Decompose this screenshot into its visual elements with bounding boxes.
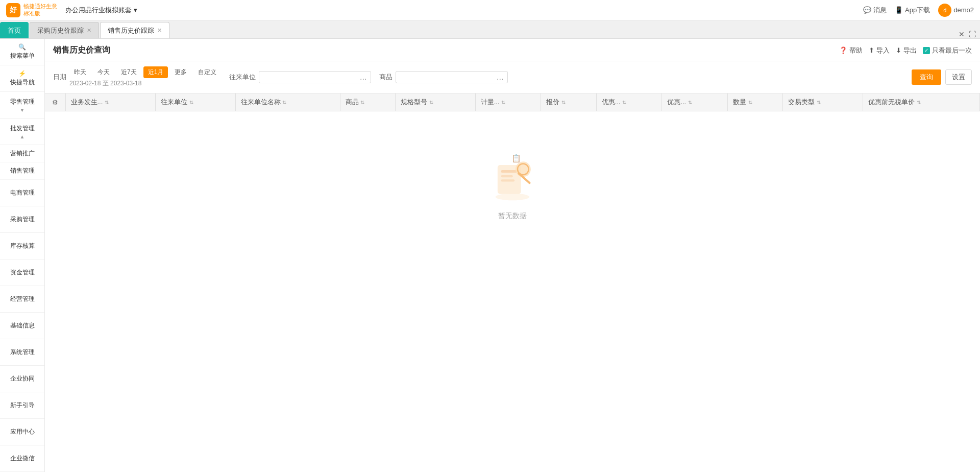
tab-purchase-close[interactable]: ✕: [87, 27, 91, 34]
sort-arrows-pre-tax-price: ⇅: [917, 100, 921, 105]
counterpart-input[interactable]: [263, 74, 360, 81]
download-icon: 📱: [895, 6, 903, 14]
col-trade-type[interactable]: 交易类型 ⇅: [783, 93, 863, 111]
col-unit[interactable]: 计量... ⇅: [475, 93, 541, 111]
empty-text: 暂无数据: [498, 211, 527, 221]
top-bar-left: 好 畅捷通好生意 标准版 办公用品行业模拟账套 ▾: [6, 3, 141, 17]
tab-sales[interactable]: 销售历史价跟踪 ✕: [100, 22, 169, 38]
date-btn-7days[interactable]: 近7天: [116, 66, 141, 78]
query-button[interactable]: 查询: [912, 69, 941, 85]
col-discount2[interactable]: 优惠... ⇅: [662, 93, 728, 111]
tab-home[interactable]: 首页: [0, 22, 29, 38]
sort-arrows-goods: ⇅: [360, 100, 364, 105]
page-actions: ❓ 帮助 ⬆ 导入 ⬇ 导出 ✓ 只看最后一次: [839, 46, 972, 55]
date-btn-more[interactable]: 更多: [170, 66, 191, 78]
settings-button[interactable]: 设置: [945, 69, 972, 85]
tab-bar-actions: ✕ ⛶: [959, 30, 980, 38]
page-header: 销售历史价查询 ❓ 帮助 ⬆ 导入 ⬇ 导出 ✓: [45, 39, 980, 61]
sidebar-item-purchase[interactable]: 采购管理: [0, 206, 44, 233]
user-menu[interactable]: d demo2: [938, 4, 974, 17]
sidebar-item-system[interactable]: 系统管理: [0, 339, 44, 366]
sidebar-item-finance[interactable]: 资金管理: [0, 259, 44, 286]
col-quote[interactable]: 报价 ⇅: [541, 93, 597, 111]
sidebar-item-enterprise[interactable]: 企业协同: [0, 366, 44, 392]
chevron-down-icon: ▾: [134, 6, 137, 14]
sidebar-item-marketing[interactable]: 营销推广: [0, 145, 44, 162]
counterpart-label: 往来单位: [229, 73, 256, 82]
help-btn[interactable]: ❓ 帮助: [839, 46, 863, 55]
svg-rect-3: [501, 175, 513, 177]
sidebar: 🔍 搜索菜单 ⚡ 快捷导航 零售管理 ▼ 批发管理 ▲ 营销推广 销售管理 电商…: [0, 39, 45, 472]
counterpart-input-wrap[interactable]: ...: [259, 71, 371, 83]
retail-arrow-icon: ▼: [20, 107, 25, 113]
sort-arrows-unit: ⇅: [501, 100, 505, 105]
sidebar-item-basic[interactable]: 基础信息: [0, 313, 44, 339]
content-area: 销售历史价查询 ❓ 帮助 ⬆ 导入 ⬇ 导出 ✓: [45, 39, 980, 472]
sort-arrows-counterpart-name: ⇅: [282, 100, 286, 105]
sort-arrows-qty: ⇅: [748, 100, 752, 105]
date-btn-custom[interactable]: 自定义: [193, 66, 221, 78]
app-download-btn[interactable]: 📱 App下载: [895, 6, 930, 15]
date-range-display: 2023-02-18 至 2023-03-18: [69, 79, 221, 88]
sidebar-item-ecommerce[interactable]: 电商管理: [0, 180, 44, 206]
goods-picker-btn[interactable]: ...: [497, 73, 503, 82]
sidebar-item-inventory[interactable]: 库存核算: [0, 233, 44, 259]
date-filter-group: 日期 昨天 今天 近7天 近1月 更多 自定义 2023-02-18 至 202…: [53, 66, 221, 88]
search-icon: 🔍: [18, 43, 26, 51]
sort-arrows-counterpart-code: ⇅: [189, 100, 193, 105]
wholesale-arrow-icon: ▲: [20, 134, 25, 139]
app-selector[interactable]: 办公用品行业模拟账套 ▾: [61, 4, 141, 17]
message-btn[interactable]: 💬 消息: [863, 6, 887, 15]
empty-icon: 📋: [487, 152, 538, 203]
goods-input-wrap[interactable]: ...: [396, 71, 508, 83]
sidebar-item-search[interactable]: 🔍 搜索菜单: [0, 39, 44, 65]
sidebar-item-shortcut[interactable]: ⚡ 快捷导航: [0, 65, 44, 92]
tab-sales-close[interactable]: ✕: [157, 27, 162, 34]
date-label: 日期: [53, 73, 66, 82]
help-icon: ❓: [839, 46, 847, 54]
only-last-toggle[interactable]: ✓ 只看最后一次: [923, 46, 972, 55]
col-qty[interactable]: 数量 ⇅: [727, 93, 783, 111]
date-btn-today[interactable]: 今天: [93, 66, 114, 78]
shortcut-icon: ⚡: [18, 70, 26, 77]
main-layout: 🔍 搜索菜单 ⚡ 快捷导航 零售管理 ▼ 批发管理 ▲ 营销推广 销售管理 电商…: [0, 39, 980, 472]
import-icon: ⬆: [869, 46, 874, 54]
export-icon: ⬇: [896, 46, 901, 54]
col-pre-tax-price[interactable]: 优惠前无税单价 ⇅: [863, 93, 980, 111]
tab-bar: 首页 采购历史价跟踪 ✕ 销售历史价跟踪 ✕ ✕ ⛶: [0, 20, 980, 39]
tab-close-all-btn[interactable]: ✕: [959, 30, 965, 38]
filter-row: 日期 昨天 今天 近7天 近1月 更多 自定义 2023-02-18 至 202…: [45, 61, 980, 93]
counterpart-picker-btn[interactable]: ...: [360, 73, 366, 82]
sidebar-item-apps[interactable]: 应用中心: [0, 419, 44, 445]
table-container: ⚙ 业务发生... ⇅ 往来单位 ⇅ 往来单位名称 ⇅: [45, 93, 980, 472]
sort-arrows-biz-date: ⇅: [105, 100, 109, 105]
col-counterpart-name[interactable]: 往来单位名称 ⇅: [235, 93, 340, 111]
date-btn-yesterday[interactable]: 昨天: [69, 66, 91, 78]
col-counterpart-code[interactable]: 往来单位 ⇅: [156, 93, 236, 111]
tab-expand-btn[interactable]: ⛶: [969, 30, 976, 38]
import-btn[interactable]: ⬆ 导入: [869, 46, 890, 55]
sidebar-item-sales-mgmt[interactable]: 销售管理: [0, 162, 44, 180]
avatar: d: [938, 4, 951, 17]
sidebar-item-wechat[interactable]: 企业微信: [0, 445, 44, 472]
sidebar-item-retail[interactable]: 零售管理 ▼: [0, 92, 44, 119]
only-last-checkbox: ✓: [923, 47, 930, 54]
col-settings[interactable]: ⚙: [45, 93, 65, 111]
col-goods[interactable]: 商品 ⇅: [340, 93, 396, 111]
sidebar-item-wholesale[interactable]: 批发管理 ▲: [0, 119, 44, 145]
export-btn[interactable]: ⬇ 导出: [896, 46, 917, 55]
table-header: ⚙ 业务发生... ⇅ 往来单位 ⇅ 往来单位名称 ⇅: [45, 93, 980, 111]
date-buttons-wrap: 昨天 今天 近7天 近1月 更多 自定义 2023-02-18 至 2023-0…: [69, 66, 221, 88]
col-biz-date[interactable]: 业务发生... ⇅: [65, 93, 156, 111]
col-discount1[interactable]: 优惠... ⇅: [596, 93, 662, 111]
tab-purchase[interactable]: 采购历史价跟踪 ✕: [30, 22, 99, 38]
logo-text: 畅捷通好生意 标准版: [23, 3, 57, 16]
date-btn-1month[interactable]: 近1月: [143, 66, 168, 78]
top-bar-right: 💬 消息 📱 App下载 d demo2: [863, 4, 974, 17]
goods-input[interactable]: [400, 74, 497, 81]
sort-arrows-discount1: ⇅: [622, 100, 626, 105]
sidebar-item-operations[interactable]: 经营管理: [0, 286, 44, 313]
goods-label: 商品: [379, 73, 393, 82]
col-spec[interactable]: 规格型号 ⇅: [396, 93, 476, 111]
sidebar-item-guide[interactable]: 新手引导: [0, 392, 44, 419]
